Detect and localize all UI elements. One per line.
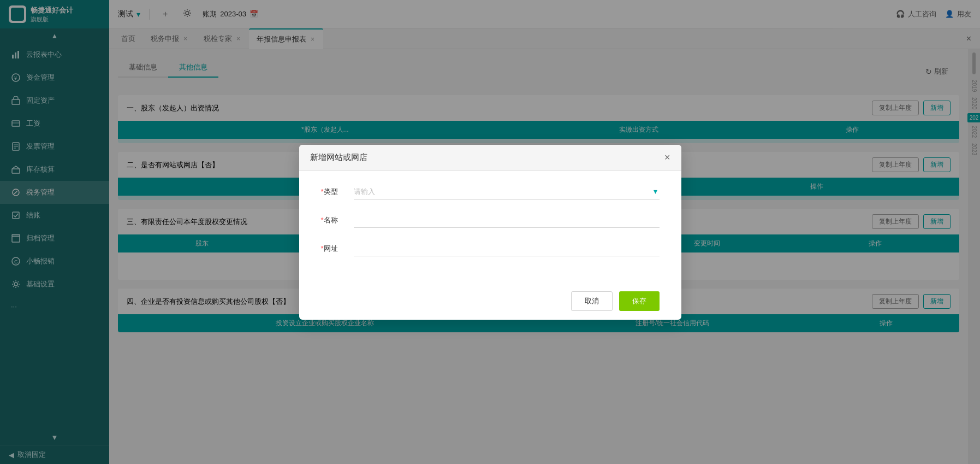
- cancel-button[interactable]: 取消: [571, 291, 613, 311]
- form-label-name: *名称: [321, 215, 354, 225]
- add-website-dialog: 新增网站或网店 × *类型 ▾ *名称: [299, 145, 681, 320]
- dialog-footer: 取消 保存: [299, 283, 681, 320]
- form-label-url: *网址: [321, 244, 354, 254]
- type-input[interactable]: [354, 184, 660, 199]
- dialog-header: 新增网站或网店 ×: [299, 145, 681, 171]
- form-input-wrap-name: [354, 213, 660, 228]
- dialog-close-button[interactable]: ×: [664, 152, 670, 162]
- save-button[interactable]: 保存: [619, 291, 660, 311]
- url-input[interactable]: [354, 241, 660, 256]
- form-field-url: *网址: [321, 241, 660, 256]
- form-input-wrap-url: [354, 241, 660, 256]
- name-input[interactable]: [354, 213, 660, 227]
- form-label-type: *类型: [321, 187, 354, 197]
- dialog-body: *类型 ▾ *名称 *网址: [299, 171, 681, 283]
- type-dropdown-icon: ▾: [654, 187, 657, 196]
- dialog-overlay: 新增网站或网店 × *类型 ▾ *名称: [0, 0, 980, 464]
- form-field-type: *类型 ▾: [321, 184, 660, 199]
- form-field-name: *名称: [321, 213, 660, 228]
- form-input-wrap-type: ▾: [354, 184, 660, 199]
- dialog-title: 新增网站或网店: [310, 152, 367, 163]
